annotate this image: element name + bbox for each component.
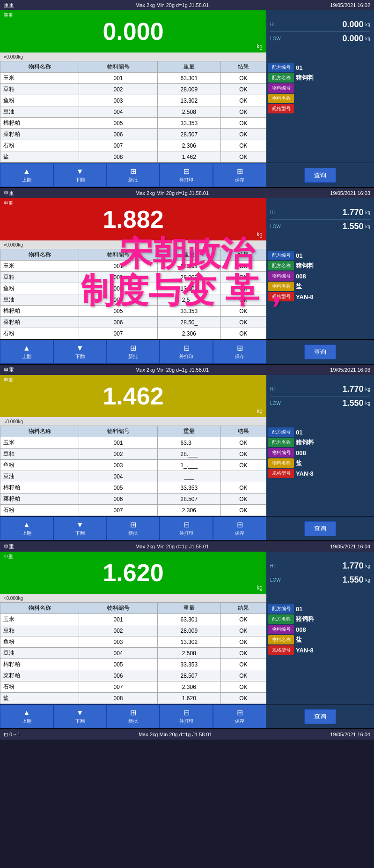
table-cell: 棉籽粕 (0, 482, 79, 494)
panel-label-red: 规格型号 (268, 104, 294, 113)
table-row: 豆油0042.5__OK (0, 294, 266, 306)
btn-label-0: 上翻 (22, 177, 31, 183)
table-row: 盐0081.462OK (0, 151, 266, 163)
btn-bar-right: 查询 (266, 704, 374, 728)
panel-row: 物料名称 (268, 94, 372, 103)
action-btn-3[interactable]: ⊟ 补打印 (160, 163, 213, 187)
screen-block-1: 申重 Max 2kg Min 20g d=1g J1.58.01 19/05/2… (0, 188, 374, 365)
table-cell: 006 (79, 670, 158, 681)
panel-row: 配方名称 猪饲料 (268, 73, 372, 82)
btn-label-2: 新批 (128, 177, 138, 183)
action-btn-1[interactable]: ▼ 下翻 (53, 704, 107, 728)
table-cell: OK (220, 306, 266, 317)
table-cell: 28.507 (158, 129, 221, 140)
table-header: 物料名称 (0, 61, 79, 73)
table-cell: 33.353 (158, 482, 221, 494)
panel-row: 物料名称 盐 (268, 635, 372, 644)
table-row: 石粉0072.306OK (0, 140, 266, 151)
action-btn-4[interactable]: ⊞ 保存 (213, 516, 266, 540)
action-btn-2[interactable]: ⊞ 新批 (107, 340, 160, 364)
top-bar-center: Max 2kg Min 20g d=1g J1.58.01 (135, 190, 209, 196)
table-row: 鱼粉00313.302OK (0, 636, 266, 648)
zero-line: ≈0.000kg (0, 594, 266, 602)
zero-value: ≈0.000kg (4, 419, 23, 424)
table-row: 盐0081.620OK (0, 693, 266, 704)
panel-row: 配方名称 猪饲料 (268, 261, 372, 270)
btn-icon-1: ▼ (76, 709, 84, 717)
table-cell: 007 (79, 140, 158, 151)
table-row: 豆油0042.508OK (0, 106, 266, 118)
action-btn-2[interactable]: ⊞ 新批 (107, 163, 160, 187)
table-cell: OK (220, 636, 266, 648)
table-row: 棉籽粕00533.353OK (0, 118, 266, 129)
btn-bar-left: ▲ 上翻 ▼ 下翻 ⊞ 新批 ⊟ 补打印 ⊞ 保存 (0, 163, 266, 187)
table-cell: 石粉 (0, 505, 79, 516)
btn-icon-1: ▼ (76, 344, 84, 352)
low-value: 1.550 (285, 222, 363, 232)
divider (270, 31, 370, 32)
table-cell: 001 (79, 261, 158, 272)
hi-value: 0.000 (285, 20, 363, 30)
action-btn-4[interactable]: ⊞ 保存 (213, 340, 266, 364)
action-btn-3[interactable]: ⊟ 补打印 (160, 704, 213, 728)
action-btn-1[interactable]: ▼ 下翻 (53, 340, 107, 364)
action-btn-1[interactable]: ▼ 下翻 (53, 163, 107, 187)
table-cell: 豆油 (0, 471, 79, 482)
action-btn-3[interactable]: ⊟ 补打印 (160, 516, 213, 540)
panel-value: 盐 (296, 282, 302, 291)
action-btn-3[interactable]: ⊟ 补打印 (160, 340, 213, 364)
table-cell: 008 (79, 693, 158, 704)
action-btn-0[interactable]: ▲ 上翻 (0, 704, 53, 728)
panel-label-purple: 物料编号 (268, 625, 294, 634)
btn-label-4: 保存 (235, 530, 244, 537)
hi-value: 1.770 (285, 384, 363, 394)
table-cell: ___ (158, 471, 221, 482)
table-cell: OK (220, 129, 266, 140)
weight-value: 1.462 (103, 384, 163, 408)
table-cell: 棉籽粕 (0, 306, 79, 317)
weight-unit: kg (257, 231, 263, 238)
weight-side: HI 1.770 kg LOW 1.550 kg (266, 375, 374, 417)
top-bar-right: 19/05/2021 16:03 (330, 367, 370, 373)
table-row: 棉籽粕00533.353OK (0, 659, 266, 670)
table-cell: 28.507 (158, 670, 221, 681)
right-panel: 配方编号 01 配方名称 猪饲料 物料编号 008 物料名称 盐 规格型号 YA… (266, 426, 374, 516)
query-button[interactable]: 查询 (304, 709, 336, 724)
query-button[interactable]: 查询 (304, 168, 336, 183)
top-bar: 重重 Max 2kg Min 20g d=1g J1.58.01 19/05/2… (0, 0, 374, 10)
btn-label-2: 新批 (128, 530, 138, 537)
table-cell: 63.301 (158, 261, 221, 272)
panel-row: 物料编号 008 (268, 625, 372, 634)
action-btn-2[interactable]: ⊞ 新批 (107, 516, 160, 540)
action-btn-2[interactable]: ⊞ 新批 (107, 704, 160, 728)
action-btn-4[interactable]: ⊞ 保存 (213, 704, 266, 728)
table-cell: 2.508 (158, 648, 221, 659)
btn-icon-4: ⊞ (237, 520, 243, 529)
table-area: 物料名称物料编号重量结果 玉米00163.301OK 豆粕00228.009OK… (0, 61, 266, 163)
table-cell: 003 (79, 636, 158, 648)
btn-label-0: 上翻 (22, 353, 31, 360)
action-btn-1[interactable]: ▼ 下翻 (53, 516, 107, 540)
weight-label-top: 重重 (4, 12, 13, 19)
btn-bar-right: 查询 (266, 163, 374, 187)
query-button[interactable]: 查询 (304, 344, 336, 359)
btn-label-1: 下翻 (75, 177, 85, 183)
query-button[interactable]: 查询 (304, 521, 336, 536)
table-cell: 003 (79, 95, 158, 106)
action-btn-0[interactable]: ▲ 上翻 (0, 163, 53, 187)
action-btn-0[interactable]: ▲ 上翻 (0, 340, 53, 364)
table-row: 豆油004___ (0, 471, 266, 482)
table-cell (220, 471, 266, 482)
hi-row: HI 0.000 kg (270, 20, 370, 30)
table-header: 物料编号 (79, 603, 158, 614)
action-btn-4[interactable]: ⊞ 保存 (213, 163, 266, 187)
weight-side: HI 1.770 kg LOW 1.550 kg (266, 552, 374, 594)
btn-label-2: 新批 (128, 353, 138, 360)
table-cell: 006 (79, 317, 158, 328)
table-row: 石粉0072.306OK (0, 328, 266, 339)
btn-icon-1: ▼ (76, 167, 84, 176)
action-btn-0[interactable]: ▲ 上翻 (0, 516, 53, 540)
top-bar: 申重 Max 2kg Min 20g d=1g J1.58.01 19/05/2… (0, 365, 374, 375)
weight-label-top: 申重 (4, 554, 13, 560)
screen-block-2: 申重 Max 2kg Min 20g d=1g J1.58.01 19/05/2… (0, 365, 374, 541)
